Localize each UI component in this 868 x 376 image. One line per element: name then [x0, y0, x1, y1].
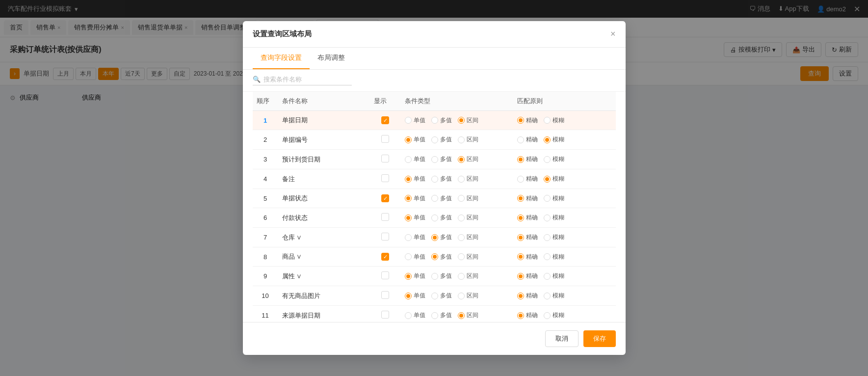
table-row: 1单据日期单值多值区间精确模糊 [253, 111, 616, 114]
search-input[interactable] [263, 76, 352, 83]
row-match-0: 精确模糊 [513, 111, 615, 114]
col-header-show: 显示 [370, 92, 401, 111]
modal-tab-query-fields-label: 查询字段设置 [261, 54, 302, 61]
modal-header: 设置查询区域布局 × [243, 21, 626, 48]
modal-search: 🔍 [243, 70, 626, 92]
row-name-0: 单据日期 [278, 111, 370, 114]
search-input-wrap: 🔍 [253, 76, 352, 85]
modal-title: 设置查询区域布局 [253, 29, 312, 39]
modal-tab-layout[interactable]: 布局调整 [310, 48, 353, 69]
modal-table: 顺序 条件名称 显示 条件类型 匹配原则 1单据日期单值多值区间精确模糊2单据编… [243, 92, 626, 114]
col-header-order: 顺序 [253, 92, 278, 111]
modal-overlay: 设置查询区域布局 × 查询字段设置 布局调整 🔍 顺序 [0, 0, 868, 114]
col-header-match: 匹配原则 [513, 92, 615, 111]
col-header-type: 条件类型 [401, 92, 513, 111]
modal-close-button[interactable]: × [610, 29, 616, 39]
row-type-0: 单值多值区间 [401, 111, 513, 114]
col-header-name: 条件名称 [278, 92, 370, 111]
modal-tabs: 查询字段设置 布局调整 [243, 48, 626, 70]
modal-tab-layout-label: 布局调整 [317, 54, 345, 61]
search-icon: 🔍 [253, 76, 261, 83]
settings-modal: 设置查询区域布局 × 查询字段设置 布局调整 🔍 顺序 [243, 21, 626, 114]
row-order-0: 1 [253, 111, 278, 114]
row-show-0 [370, 111, 401, 114]
modal-tab-query-fields[interactable]: 查询字段设置 [253, 48, 310, 69]
